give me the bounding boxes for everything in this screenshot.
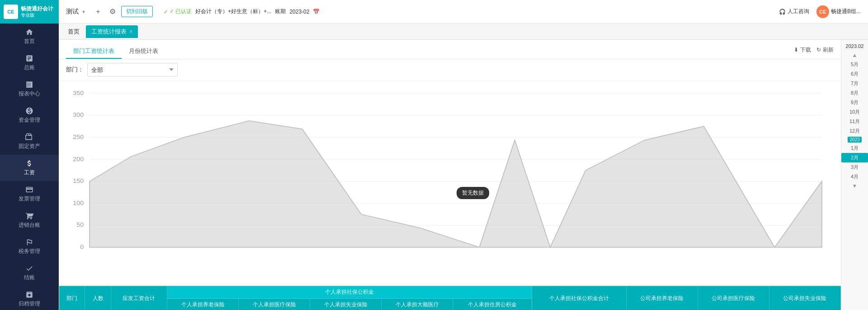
month-8[interactable]: 8月 xyxy=(841,88,868,98)
archive-icon xyxy=(25,291,33,299)
col-total: 应发工资合计 xyxy=(111,286,167,310)
svg-text:350: 350 xyxy=(73,89,84,96)
topbar-actions: + ⚙ 切到旧版 xyxy=(92,6,153,18)
sidebar-logo: CE 畅捷通好会计 专业版 xyxy=(0,0,59,24)
svg-text:100: 100 xyxy=(73,199,84,206)
sidebar-item-ledger[interactable]: 总账 xyxy=(0,50,59,76)
refresh-button[interactable]: ↻ 刷新 xyxy=(816,46,834,54)
sidebar-item-purchase[interactable]: 进销台账 xyxy=(0,207,59,234)
topbar-title: 测试 xyxy=(66,8,79,16)
col-personal-medical: 个人承担医疗保险 xyxy=(239,299,310,310)
month-12[interactable]: 12月 xyxy=(841,126,868,136)
dept-label: 部门： xyxy=(66,66,84,74)
salary-chart: 350 300 250 200 150 100 50 0 xyxy=(66,85,834,261)
reports-icon xyxy=(25,81,33,89)
sidebar-item-salary[interactable]: 工资 xyxy=(0,155,59,181)
svg-text:250: 250 xyxy=(73,134,84,140)
col-personal-pension: 个人承担养老保险 xyxy=(167,299,239,310)
right-panel-up-arrow[interactable]: ▲ xyxy=(850,51,859,60)
svg-text:50: 50 xyxy=(76,221,84,228)
user-avatar: CE xyxy=(816,5,829,18)
chart-area: 350 300 250 200 150 100 50 0 xyxy=(59,81,841,285)
tax-icon xyxy=(25,238,33,246)
sidebar-item-invoice[interactable]: 发票管理 xyxy=(0,181,59,207)
calendar-icon[interactable]: 📅 xyxy=(313,9,320,15)
month-10[interactable]: 10月 xyxy=(841,107,868,117)
certified-badge: ✓ ✓ 已认证 xyxy=(164,8,192,15)
svg-text:300: 300 xyxy=(73,111,84,118)
sidebar-item-archive[interactable]: 归档管理 xyxy=(0,286,59,310)
old-version-button[interactable]: 切到旧版 xyxy=(121,6,153,17)
bottom-table: 部门 人数 应发工资合计 个人承担社保公积金 个人承担社保公积金合计 公司承担养… xyxy=(59,285,841,310)
headset-icon: 🎧 xyxy=(779,9,786,15)
toolbar: 部门： 全部 财务部 销售部 技术部 行政部 xyxy=(59,59,841,81)
month-7[interactable]: 7月 xyxy=(841,79,868,88)
col-company-unemployment: 公司承担失业保险 xyxy=(769,286,840,310)
col-personal-total: 个人承担社保公积金合计 xyxy=(532,286,626,310)
sidebar-item-settle[interactable]: 结账 xyxy=(0,260,59,286)
user-profile-button[interactable]: CE 畅捷通B组... xyxy=(816,5,861,18)
month-3[interactable]: 3月 xyxy=(841,162,868,172)
add-button[interactable]: + xyxy=(92,6,104,18)
check-icon: ✓ xyxy=(164,9,168,15)
sidebar-item-reports[interactable]: 报表中心 xyxy=(0,76,59,102)
sidebar: CE 畅捷通好会计 专业版 首页 总账 报表中心 资金管理 固定 xyxy=(0,0,59,310)
main-content: 部门工资统计表 月份统计表 ⬇ 下载 ↻ 刷新 部门： 全部 xyxy=(59,40,841,310)
tab-close-button[interactable]: × xyxy=(129,29,132,35)
month-9[interactable]: 9月 xyxy=(841,98,868,107)
col-group-personal: 个人承担社保公积金 xyxy=(167,286,532,299)
svg-text:0: 0 xyxy=(80,243,84,250)
chart-tooltip: 暂无数据 xyxy=(457,187,489,199)
funds-icon xyxy=(25,107,33,115)
tab-bar: 首页 工资统计报表 × xyxy=(59,24,868,40)
home-icon xyxy=(25,28,33,36)
month-2-active[interactable]: 2月 xyxy=(841,153,868,162)
topbar: 测试 ▾ + ⚙ 切到旧版 ✓ ✓ 已认证 好会计（专）+好生意（标）+... … xyxy=(59,0,868,24)
period-value: 2023-02 xyxy=(289,9,309,15)
settle-icon xyxy=(25,264,33,272)
invoice-icon xyxy=(25,186,33,194)
assets-icon xyxy=(25,133,33,141)
col-dept: 部门 xyxy=(59,286,85,310)
sidebar-item-tax[interactable]: 税务管理 xyxy=(0,234,59,260)
month-5[interactable]: 5月 xyxy=(841,60,868,69)
month-1[interactable]: 1月 xyxy=(841,143,868,153)
sub-tabs: 部门工资统计表 月份统计表 ⬇ 下载 ↻ 刷新 xyxy=(59,40,841,59)
main-area: 测试 ▾ + ⚙ 切到旧版 ✓ ✓ 已认证 好会计（专）+好生意（标）+... … xyxy=(59,0,868,310)
plan-info: 好会计（专）+好生意（标）+... xyxy=(195,8,271,15)
col-personal-housing: 个人承担住房公积金 xyxy=(453,299,532,310)
col-company-pension: 公司承担养老保险 xyxy=(626,286,698,310)
tab-salary[interactable]: 工资统计报表 × xyxy=(86,25,138,38)
app-logo-icon: CE xyxy=(4,5,18,19)
right-panel-down-arrow[interactable]: ▼ xyxy=(850,181,859,191)
right-panel: 2023.02 ▲ 5月 6月 7月 8月 9月 10月 11月 12月 202… xyxy=(841,40,868,310)
col-company-medical: 公司承担医疗保险 xyxy=(698,286,769,310)
download-icon: ⬇ xyxy=(794,47,798,53)
ai-consult-button[interactable]: 🎧 人工咨询 xyxy=(779,8,809,15)
salary-table: 部门 人数 应发工资合计 个人承担社保公积金 个人承担社保公积金合计 公司承担养… xyxy=(59,286,841,310)
month-6[interactable]: 6月 xyxy=(841,69,868,79)
svg-text:150: 150 xyxy=(73,177,84,184)
sub-tab-dept[interactable]: 部门工资统计表 xyxy=(66,44,122,59)
right-panel-date: 2023.02 xyxy=(845,42,865,51)
month-11[interactable]: 11月 xyxy=(841,117,868,126)
year-2023-badge[interactable]: 2023 xyxy=(848,137,861,143)
sidebar-item-assets[interactable]: 固定资产 xyxy=(0,129,59,155)
tab-home[interactable]: 首页 xyxy=(62,25,85,38)
month-4[interactable]: 4月 xyxy=(841,172,868,181)
sidebar-item-home[interactable]: 首页 xyxy=(0,24,59,50)
topbar-status: ✓ ✓ 已认证 好会计（专）+好生意（标）+... 账期 2023-02 📅 xyxy=(164,8,320,15)
col-count: 人数 xyxy=(85,286,111,310)
col-personal-unemployment: 个人承担失业保险 xyxy=(310,299,382,310)
salary-icon xyxy=(25,159,33,167)
col-personal-major-medical: 个人承担大额医疗 xyxy=(382,299,453,310)
dropdown-arrow-icon[interactable]: ▾ xyxy=(82,9,85,15)
settings-button[interactable]: ⚙ xyxy=(107,6,118,18)
sidebar-item-funds[interactable]: 资金管理 xyxy=(0,102,59,129)
sidebar-nav: 首页 总账 报表中心 资金管理 固定资产 工资 发票管理 xyxy=(0,24,59,310)
ledger-icon xyxy=(25,54,33,62)
sub-tab-monthly[interactable]: 月份统计表 xyxy=(122,44,165,59)
dept-select[interactable]: 全部 财务部 销售部 技术部 行政部 xyxy=(87,63,178,76)
refresh-icon: ↻ xyxy=(816,47,821,53)
download-button[interactable]: ⬇ 下载 xyxy=(794,46,811,54)
